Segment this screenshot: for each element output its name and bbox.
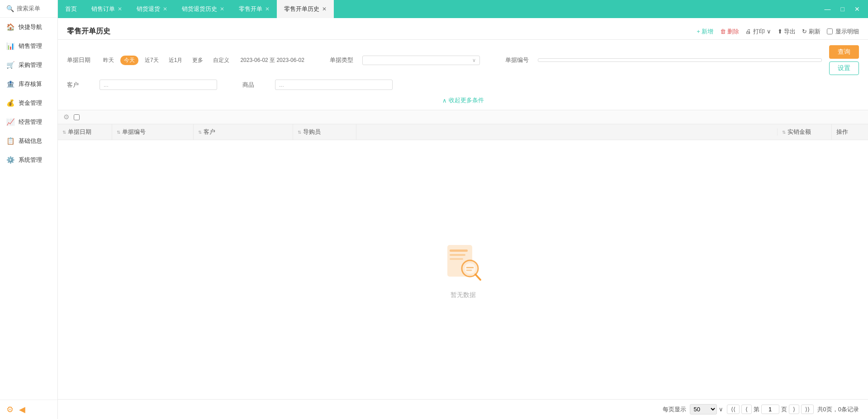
search-label: 搜索采单 [17, 5, 40, 13]
settings-button[interactable]: 设置 [829, 61, 859, 75]
sort-icon: ⇅ [782, 130, 786, 135]
page-size-dropdown[interactable]: 50 [690, 404, 717, 414]
tab-bar: 首页 销售订单 ✕ 销货退货 ✕ 销货退货历史 ✕ 零售开单 ✕ 零售开单历史 … [58, 0, 868, 18]
empty-state: 暂无数据 [58, 140, 868, 399]
date-quick-btns: 昨天 今天 近7天 近1月 更多 自定义 [100, 56, 233, 65]
tab-retail-history-label: 零售开单历史 [284, 5, 319, 13]
th-action: 操作 [832, 124, 868, 140]
date-range-display: 2023-06-02 至 2023-06-02 [240, 56, 304, 64]
select-all-checkbox[interactable] [74, 114, 80, 120]
tab-sales-return-close[interactable]: ✕ [163, 6, 167, 12]
chevron-down-icon: ∨ [719, 406, 723, 413]
sidebar-item-quick-nav[interactable]: 🏠 快捷导航 [0, 18, 57, 37]
customer-input[interactable]: ... [100, 80, 217, 90]
sidebar-item-sales-mgmt[interactable]: 📊 销售管理 [0, 37, 57, 56]
query-button[interactable]: 查询 [829, 45, 859, 59]
toolbar: + 新增 🗑 删除 🖨 打印 ∨ ⬆ 导出 ↻ 刷新 显示明细 [697, 28, 859, 36]
th-amount: ⇅ 实销金额 [778, 124, 832, 140]
page-header: 零售开单历史 + 新增 🗑 删除 🖨 打印 ∨ ⬆ 导出 ↻ 刷新 显示明细 [58, 18, 868, 40]
collapse-sidebar-icon[interactable]: ◀ [19, 405, 25, 414]
first-page-button[interactable]: ⟨⟨ [727, 405, 740, 414]
sidebar-bottom: ⚙ ◀ [0, 400, 57, 419]
close-button[interactable]: ✕ [852, 5, 863, 14]
collapse-label: 收起更多条件 [449, 96, 484, 104]
svg-rect-2 [450, 254, 465, 256]
sidebar-item-label: 销售管理 [19, 42, 42, 50]
maximize-button[interactable]: □ [838, 5, 847, 14]
tab-sales-return-history-label: 销货退货历史 [182, 5, 217, 13]
svg-rect-1 [450, 250, 468, 252]
tab-home[interactable]: 首页 [58, 0, 84, 18]
sidebar-item-purchase-mgmt[interactable]: 🛒 采购管理 [0, 56, 57, 75]
th-num: ⇅ 单据编号 [112, 124, 194, 140]
sidebar-item-sys-mgmt[interactable]: ⚙️ 系统管理 [0, 151, 57, 169]
tab-sales-return-label: 销货退货 [137, 5, 160, 13]
date-filter-label: 单据日期 [67, 56, 92, 64]
doc-type-select[interactable]: ∨ [362, 56, 480, 65]
home-icon: 🏠 [6, 23, 15, 31]
sidebar-item-base-info[interactable]: 📋 基础信息 [0, 132, 57, 151]
sidebar-item-operations[interactable]: 📈 经营管理 [0, 113, 57, 132]
tab-sales-return-history-close[interactable]: ✕ [220, 6, 224, 12]
sidebar-item-finance[interactable]: 💰 资金管理 [0, 94, 57, 113]
export-button[interactable]: ⬆ 导出 [778, 28, 796, 36]
customer-label: 客户 [67, 81, 92, 89]
table-area: ⚙ ⇅ 单据日期 ⇅ 单据编号 ⇅ 客户 ⇅ 导购员 [58, 110, 868, 399]
filter-area: 单据日期 昨天 今天 近7天 近1月 更多 自定义 2023-06-02 至 2… [58, 40, 868, 110]
display-detail-checkbox[interactable] [827, 28, 833, 34]
gear-icon: ⚙️ [6, 156, 15, 164]
collapse-filter-btn[interactable]: ∧ 收起更多条件 [67, 94, 859, 104]
minimize-button[interactable]: — [822, 5, 834, 14]
sidebar-item-label: 库存核算 [19, 80, 42, 88]
add-button[interactable]: + 新增 [697, 28, 713, 36]
tab-sales-return-history[interactable]: 销货退货历史 ✕ [175, 0, 232, 18]
date-btn-custom[interactable]: 自定义 [209, 56, 233, 65]
cart-icon: 🛒 [6, 61, 15, 69]
pagination: 每页显示 50 ∨ ⟨⟨ ⟨ 第 页 ⟩ ⟩⟩ 共0页，0条记录 [58, 399, 868, 419]
filter-row-2: 客户 ... 商品 ... [67, 80, 859, 90]
goods-label: 商品 [242, 81, 268, 89]
tab-sales-return[interactable]: 销货退货 ✕ [129, 0, 175, 18]
page-number-input[interactable] [761, 405, 779, 414]
doc-num-input[interactable] [538, 58, 822, 62]
page-size-select[interactable]: 50 ∨ [690, 404, 723, 414]
refresh-button[interactable]: ↻ 刷新 [802, 28, 821, 36]
goods-input[interactable]: ... [275, 80, 393, 90]
last-page-button[interactable]: ⟩⟩ [801, 405, 814, 414]
sidebar-item-label: 采购管理 [19, 61, 42, 69]
svg-rect-3 [450, 258, 463, 260]
collapse-up-icon: ∧ [442, 97, 447, 104]
date-btn-1month[interactable]: 近1月 [165, 56, 186, 65]
query-set-group: 查询 设置 [829, 45, 859, 75]
print-button[interactable]: 🖨 打印 ∨ [745, 28, 771, 36]
table-settings-icon[interactable]: ⚙ [63, 113, 69, 121]
tab-sales-order-label: 销售订单 [91, 5, 115, 13]
tab-sales-order[interactable]: 销售订单 ✕ [84, 0, 129, 18]
settings-icon[interactable]: ⚙ [6, 405, 14, 414]
tab-home-label: 首页 [65, 5, 77, 13]
sidebar: 🔍 搜索采单 🏠 快捷导航 📊 销售管理 🛒 采购管理 🏦 库存核算 💰 资金管… [0, 0, 58, 419]
tab-retail-history-close[interactable]: ✕ [322, 6, 327, 12]
tab-retail-history[interactable]: 零售开单历史 ✕ [277, 0, 334, 18]
date-btn-more[interactable]: 更多 [189, 56, 207, 65]
graph-icon: 📈 [6, 118, 15, 126]
tab-retail-open-close[interactable]: ✕ [265, 6, 270, 12]
prev-page-button[interactable]: ⟨ [741, 405, 752, 414]
search-menu-item[interactable]: 🔍 搜索采单 [0, 0, 57, 18]
tab-retail-open[interactable]: 零售开单 ✕ [232, 0, 277, 18]
date-btn-yesterday[interactable]: 昨天 [100, 56, 118, 65]
delete-button[interactable]: 🗑 删除 [720, 28, 740, 36]
sort-icon: ⇅ [62, 130, 66, 135]
next-page-button[interactable]: ⟩ [789, 405, 799, 414]
sort-icon: ⇅ [298, 130, 301, 135]
tab-sales-order-close[interactable]: ✕ [118, 6, 122, 12]
table-toolbar: ⚙ [58, 110, 868, 124]
sort-icon: ⇅ [198, 130, 202, 135]
sidebar-item-inventory[interactable]: 🏦 库存核算 [0, 75, 57, 94]
sidebar-item-label: 资金管理 [19, 99, 42, 107]
date-btn-today[interactable]: 今天 [120, 56, 138, 65]
page-nav: ⟨⟨ ⟨ 第 页 ⟩ ⟩⟩ [727, 405, 814, 414]
bank-icon: 🏦 [6, 80, 15, 88]
display-detail-toggle[interactable]: 显示明细 [827, 28, 859, 36]
date-btn-7days[interactable]: 近7天 [141, 56, 162, 65]
